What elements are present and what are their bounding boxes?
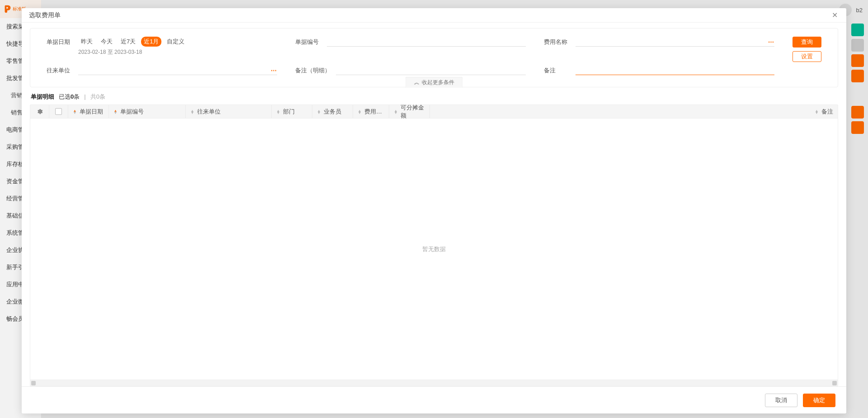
sort-icon[interactable]: ▲▼ <box>73 110 77 114</box>
table-column-header[interactable]: ▲▼备注 <box>430 105 838 118</box>
scroll-right-icon[interactable] <box>832 381 837 385</box>
collapse-button[interactable]: ︽ 收起更多条件 <box>406 77 463 88</box>
filter-label: 备注 <box>544 65 576 75</box>
column-label: 部门 <box>283 108 295 116</box>
sort-icon[interactable]: ▲▼ <box>394 110 398 114</box>
results-title: 单据明细 <box>31 93 54 101</box>
dialog-footer: 取消 确定 <box>22 386 846 413</box>
table-header: ▲▼单据日期▲▼单据编号▲▼往来单位▲▼部门▲▼业务员▲▼费用…▲▼可分摊金额▲… <box>30 105 838 119</box>
column-label: 业务员 <box>324 108 341 116</box>
date-chip[interactable]: 近7天 <box>118 37 138 47</box>
dialog-body: 单据日期 昨天今天近7天近1月自定义 2023-02-18 至 2023-03-… <box>22 23 846 386</box>
sort-icon[interactable]: ▲▼ <box>190 110 194 114</box>
party-input[interactable] <box>78 65 277 75</box>
selected-count: 已选0条 <box>59 93 80 101</box>
horizontal-scrollbar[interactable] <box>30 380 838 386</box>
filter-label: 往来单位 <box>47 65 78 75</box>
filter-doc-no: 单据编号 <box>295 37 526 47</box>
lookup-icon[interactable]: ⋯ <box>271 67 277 74</box>
filter-panel: 单据日期 昨天今天近7天近1月自定义 2023-02-18 至 2023-03-… <box>30 28 838 87</box>
column-label: 费用… <box>364 108 382 116</box>
filter-remark-detail: 备注（明细） <box>295 65 526 75</box>
filter-remark: 备注 <box>544 65 774 75</box>
total-count: 共0条 <box>90 93 105 101</box>
sort-icon[interactable]: ▲▼ <box>276 110 280 114</box>
empty-state: 暂无数据 <box>30 119 838 380</box>
gear-icon <box>36 108 43 115</box>
dialog-title: 选取费用单 <box>29 11 61 19</box>
date-range-chips: 昨天今天近7天近1月自定义 <box>78 37 277 47</box>
table-settings-button[interactable] <box>30 105 49 118</box>
fee-name-input[interactable] <box>576 37 774 47</box>
sort-icon[interactable]: ▲▼ <box>815 110 819 114</box>
select-all-checkbox[interactable] <box>55 108 62 115</box>
filter-label: 备注（明细） <box>295 65 336 75</box>
filter-label: 费用名称 <box>544 37 576 46</box>
select-fee-dialog: 选取费用单 ✕ 单据日期 昨天今天近7天近1月自定义 2023-02-18 至 … <box>22 8 846 413</box>
lookup-icon[interactable]: ⋯ <box>768 38 774 45</box>
date-range-text: 2023-02-18 至 2023-03-18 <box>78 48 277 56</box>
table-column-header[interactable]: ▲▼业务员 <box>312 105 353 118</box>
table-column-header[interactable]: ▲▼费用… <box>353 105 389 118</box>
ok-button[interactable]: 确定 <box>803 394 835 407</box>
filter-doc-date: 单据日期 昨天今天近7天近1月自定义 2023-02-18 至 2023-03-… <box>47 37 277 56</box>
scroll-left-icon[interactable] <box>31 381 36 385</box>
doc-no-input[interactable] <box>327 37 526 47</box>
collapse-bar: ︽ 收起更多条件 <box>47 77 821 87</box>
column-label: 可分摊金额 <box>401 104 425 120</box>
sort-icon[interactable]: ▲▼ <box>113 110 118 114</box>
chevron-up-icon: ︽ <box>414 79 420 86</box>
remark-detail-input[interactable] <box>336 65 526 75</box>
column-label: 往来单位 <box>197 108 221 116</box>
cancel-button[interactable]: 取消 <box>765 394 797 407</box>
filter-label: 单据日期 <box>47 37 78 46</box>
remark-input[interactable] <box>576 65 774 75</box>
results-header: 单据明细 已选0条 | 共0条 <box>31 93 837 101</box>
dialog-header: 选取费用单 ✕ <box>22 8 846 23</box>
collapse-label: 收起更多条件 <box>422 79 454 86</box>
results-table: ▲▼单据日期▲▼单据编号▲▼往来单位▲▼部门▲▼业务员▲▼费用…▲▼可分摊金额▲… <box>30 104 838 386</box>
table-column-header[interactable]: ▲▼可分摊金额 <box>389 105 430 118</box>
sort-icon[interactable]: ▲▼ <box>317 110 321 114</box>
column-label: 备注 <box>821 108 833 116</box>
query-button[interactable]: 查询 <box>793 37 821 48</box>
table-column-header[interactable]: ▲▼往来单位 <box>186 105 272 118</box>
filter-party: 往来单位 ⋯ <box>47 65 277 75</box>
close-icon[interactable]: ✕ <box>830 11 839 20</box>
filter-fee-name: 费用名称 ⋯ <box>544 37 774 47</box>
date-chip[interactable]: 今天 <box>98 37 115 47</box>
filter-label: 单据编号 <box>295 37 327 46</box>
settings-button[interactable]: 设置 <box>793 51 821 62</box>
table-column-header[interactable]: ▲▼单据编号 <box>109 105 186 118</box>
date-chip[interactable]: 近1月 <box>141 37 161 47</box>
column-label: 单据编号 <box>120 108 144 116</box>
date-chip[interactable]: 自定义 <box>164 37 187 47</box>
table-column-header[interactable]: ▲▼单据日期 <box>68 105 109 118</box>
select-all-cell[interactable] <box>49 105 68 118</box>
sort-icon[interactable]: ▲▼ <box>358 110 362 114</box>
table-column-header[interactable]: ▲▼部门 <box>272 105 312 118</box>
column-label: 单据日期 <box>80 108 103 116</box>
date-chip[interactable]: 昨天 <box>78 37 95 47</box>
